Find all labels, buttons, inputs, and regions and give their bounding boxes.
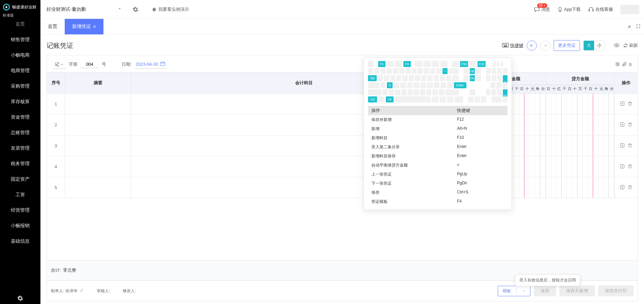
avatar[interactable]	[620, 5, 639, 14]
size-small[interactable]: 小	[594, 41, 605, 50]
cell-summary[interactable]	[65, 135, 131, 156]
sidebar-item[interactable]: 销售管理	[0, 32, 40, 48]
project-name-text: 好业财测试-量勿删	[47, 6, 86, 12]
tab-label: 新增凭证	[72, 24, 91, 30]
brand-name: 畅捷通好业财	[12, 5, 36, 9]
attachment-label: 张	[615, 61, 620, 67]
sidebar-item[interactable]: 经营管理	[0, 203, 40, 218]
cell-action	[615, 94, 638, 114]
cell-credit[interactable]	[546, 115, 615, 135]
page-title-row: 记账凭证 快捷键 更多凭证	[40, 35, 644, 55]
paperclip-icon[interactable]	[622, 61, 627, 68]
sidebar-item[interactable]: 小畅电商	[0, 48, 40, 63]
cell-seq: 5	[47, 177, 65, 198]
sidebar-item[interactable]: 首页	[0, 20, 40, 32]
tab-new-voucher[interactable]: 新增凭证 ✕	[65, 19, 103, 34]
cell-summary[interactable]	[65, 177, 131, 198]
row-add-icon[interactable]	[620, 143, 625, 149]
shortcut-row: 凭证模板F4	[368, 197, 508, 206]
cell-credit[interactable]	[546, 156, 615, 177]
sidebar-item[interactable]: 固定资产	[0, 172, 40, 187]
voucher-form-row: 记 字第 号 日期: 2023-04-30 张	[47, 55, 638, 72]
chevron-down-icon	[117, 6, 122, 12]
project-select[interactable]: 好业财测试-量勿删	[44, 6, 125, 12]
table-row[interactable]: 3	[47, 135, 638, 156]
tabs-close-all-icon[interactable]: ✕	[627, 24, 631, 29]
date-label: 日期:	[122, 61, 132, 67]
table-row[interactable]: 1	[47, 94, 638, 115]
sidebar-item[interactable]: 电商管理	[0, 63, 40, 79]
cell-credit[interactable]	[546, 177, 615, 198]
shortcut-row: 新增科目保存Enter	[368, 152, 508, 161]
cell-summary[interactable]	[65, 115, 131, 135]
table-row[interactable]: 2	[47, 115, 638, 135]
header-app-download[interactable]: App下载	[557, 6, 581, 12]
table-row[interactable]: 5	[47, 177, 638, 198]
tabs-fullscreen-icon[interactable]	[636, 24, 641, 30]
attachment-count: 张 0	[615, 61, 632, 68]
row-add-icon[interactable]	[620, 122, 625, 128]
row-delete-icon[interactable]	[627, 101, 633, 107]
keyboard-icon	[502, 43, 509, 49]
sidebar-item[interactable]: 资金管理	[0, 110, 40, 125]
svg-rect-2	[534, 7, 539, 10]
shortcut-table-header: 操作 快捷键	[368, 106, 508, 115]
total-label: 合计:	[51, 267, 61, 273]
sidebar-item[interactable]: 采购管理	[0, 79, 40, 94]
sidebar-item[interactable]: 总账管理	[0, 125, 40, 141]
row-add-icon[interactable]	[620, 164, 625, 170]
size-toggle: 大 小	[583, 40, 605, 51]
template-button[interactable]: 模板	[498, 286, 530, 296]
preview-icon[interactable]	[614, 42, 620, 49]
save-button[interactable]: 保存	[534, 285, 556, 296]
edit-creator-icon[interactable]	[80, 288, 84, 293]
creator-info: 制单人: 徐泽华	[51, 288, 84, 294]
cell-credit[interactable]	[546, 94, 615, 114]
table-row[interactable]: 4	[47, 156, 638, 177]
next-voucher-button[interactable]	[540, 40, 550, 51]
tab-home[interactable]: 首页	[40, 19, 65, 34]
shortcut-row: 录入第二条分录Enter	[368, 143, 508, 152]
sidebar-item[interactable]: 小畅报销	[0, 218, 40, 234]
size-big[interactable]: 大	[584, 41, 594, 50]
word-type-select[interactable]: 记	[53, 60, 66, 69]
row-delete-icon[interactable]	[627, 185, 633, 191]
refresh-button[interactable]: 刷新	[623, 42, 638, 49]
svg-rect-12	[504, 45, 507, 46]
row-add-icon[interactable]	[620, 101, 625, 107]
more-vouchers-button[interactable]: 更多凭证	[554, 40, 580, 51]
tab-close-icon[interactable]: ✕	[93, 25, 96, 29]
sidebar-item[interactable]: 库存核算	[0, 94, 40, 110]
footer-actions: 模板 保存 保存并新增 保存并打印	[498, 285, 634, 296]
save-print-button[interactable]: 保存并打印	[598, 285, 634, 296]
cell-seq: 2	[47, 115, 65, 135]
row-delete-icon[interactable]	[627, 122, 633, 128]
date-picker[interactable]: 2023-04-30	[134, 60, 167, 69]
brand-header: 畅捷通好业财	[0, 0, 40, 13]
save-new-button[interactable]: 保存并新增	[559, 285, 595, 296]
cell-summary[interactable]	[65, 156, 131, 177]
header-right: 99 + 消息 App下载 在线客服	[534, 5, 639, 14]
row-delete-icon[interactable]	[627, 143, 633, 149]
sidebar-item[interactable]: 工资	[0, 187, 40, 203]
row-add-icon[interactable]	[620, 185, 625, 191]
sidebar-item[interactable]: 税务管理	[0, 156, 40, 172]
header-settings-icon[interactable]	[131, 5, 140, 14]
shortcut-button[interactable]: 快捷键	[502, 42, 523, 49]
demo-button[interactable]: 我要看实例演示	[152, 6, 189, 12]
voucher-number-input[interactable]	[80, 61, 99, 68]
cell-seq: 1	[47, 94, 65, 114]
prev-voucher-button[interactable]	[527, 40, 537, 51]
header-customer-service[interactable]: 在线客服	[588, 6, 613, 12]
header-messages[interactable]: 99 + 消息	[534, 6, 550, 12]
cell-summary[interactable]	[65, 94, 131, 114]
row-delete-icon[interactable]	[627, 164, 633, 170]
sidebar-item[interactable]: 发票管理	[0, 141, 40, 156]
modifier-info: 修改人:	[123, 288, 136, 294]
cell-credit[interactable]	[546, 135, 615, 156]
sidebar-item[interactable]: 基础信息	[0, 234, 40, 249]
cell-action	[615, 177, 638, 198]
sidebar-settings-icon[interactable]	[0, 292, 40, 304]
sidebar-nav: 首页 销售管理 小畅电商 电商管理 采购管理 库存核算 资金管理 总账管理 发票…	[0, 20, 40, 292]
svg-point-11	[507, 44, 507, 44]
